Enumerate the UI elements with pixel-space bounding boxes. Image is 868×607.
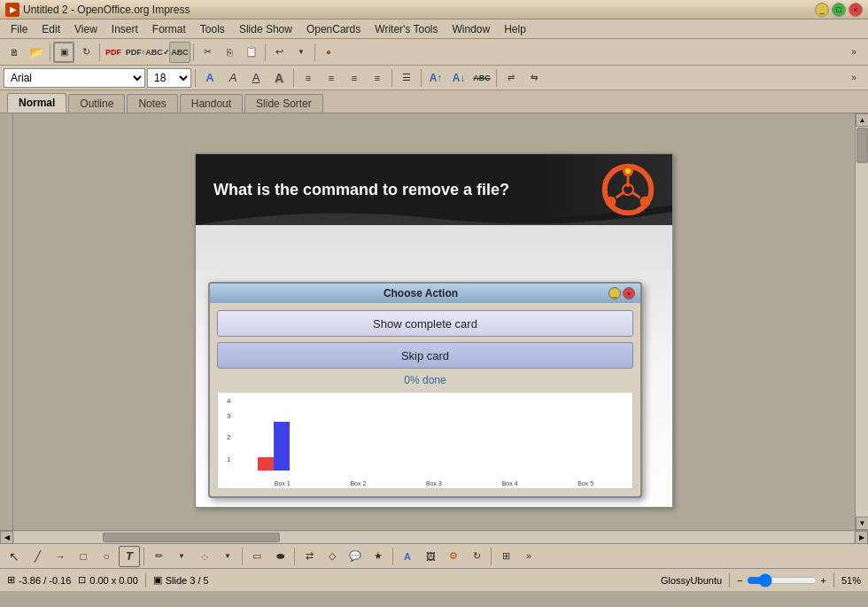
menu-writerstools[interactable]: Writer's Tools <box>368 21 445 37</box>
cut-button[interactable]: ✂ <box>197 42 218 63</box>
zoom-slider[interactable] <box>747 573 818 588</box>
toolbar2-expand[interactable]: » <box>843 67 864 89</box>
font-underline-a-button[interactable]: A <box>245 67 267 89</box>
close-button[interactable]: × <box>849 3 863 17</box>
char-spacing-button[interactable]: ⇌ <box>500 67 522 89</box>
scroll-track[interactable] <box>856 127 868 517</box>
tab-normal[interactable]: Normal <box>7 93 66 113</box>
font-color-a-button[interactable]: A <box>199 67 221 89</box>
more-draw-button[interactable]: » <box>518 546 539 567</box>
select-button[interactable]: ▣ <box>53 42 74 63</box>
slide-icon: ▣ <box>153 574 162 586</box>
h-scroll-track[interactable] <box>14 532 854 543</box>
tab-notes[interactable]: Notes <box>127 94 177 113</box>
points-tool-button[interactable]: ·:· <box>194 546 215 567</box>
freeform-dropdown[interactable]: ▼ <box>171 546 192 567</box>
menu-window[interactable]: Window <box>446 21 498 37</box>
spellcheck-auto-button[interactable]: ABC <box>169 42 190 63</box>
dialog-close-button[interactable]: × <box>623 287 635 300</box>
fontwork-button[interactable]: A <box>397 546 418 567</box>
rotate-button[interactable]: ↻ <box>75 42 97 63</box>
align-button[interactable]: ⊞ <box>495 546 516 567</box>
tab-slide-sorter[interactable]: Slide Sorter <box>244 94 323 113</box>
line-tool-button[interactable] <box>27 546 48 567</box>
scroll-down-button[interactable]: ▼ <box>856 517 868 530</box>
vertical-scrollbar[interactable]: ▲ ▼ <box>855 113 868 530</box>
scroll-right-button[interactable]: ▶ <box>855 531 868 544</box>
bullets-button[interactable]: ☰ <box>396 67 417 89</box>
menu-help[interactable]: Help <box>497 21 533 37</box>
font-name-select[interactable]: Arial <box>4 68 145 88</box>
menu-opencards[interactable]: OpenCards <box>299 21 368 37</box>
h-scroll-thumb[interactable] <box>103 533 280 542</box>
tab-outline[interactable]: Outline <box>68 94 125 113</box>
show-complete-card-button[interactable]: Show complete card <box>217 310 633 337</box>
maximize-button[interactable]: □ <box>832 3 846 17</box>
arrows3d-button[interactable]: ⇄ <box>298 546 320 567</box>
dialog-minimize-button[interactable]: _ <box>608 287 621 300</box>
titlebar-controls[interactable]: _ □ × <box>815 3 863 17</box>
minimize-button[interactable]: _ <box>815 3 829 17</box>
flowchart-button[interactable]: ◇ <box>322 546 343 567</box>
font-size-down-button[interactable]: A↓ <box>448 67 469 89</box>
rectangle-tool-button[interactable] <box>73 546 94 567</box>
toolbar-separator <box>421 69 422 87</box>
pdf-button2[interactable]: PDF↑ <box>125 42 146 63</box>
freeform-tool-button[interactable]: ✏ <box>148 546 169 567</box>
rect2-tool-button[interactable]: ▭ <box>246 546 267 567</box>
image-button[interactable]: 🖼 <box>420 546 441 567</box>
align-left-button[interactable]: ≡ <box>298 67 319 89</box>
arrow-tool-button[interactable] <box>50 546 71 567</box>
new-button[interactable]: 🗎 <box>4 42 25 63</box>
zoom-in-button[interactable]: + <box>821 575 826 586</box>
zoom-out-button[interactable]: − <box>737 575 742 586</box>
justify-button[interactable]: ≡ <box>367 67 388 89</box>
callout-button[interactable]: 💬 <box>345 546 366 567</box>
align-right-button[interactable]: ≡ <box>344 67 365 89</box>
more-button[interactable]: ● <box>318 42 339 63</box>
scroll-left-button[interactable]: ◀ <box>0 531 13 544</box>
dialog-controls[interactable]: _ × <box>608 287 635 300</box>
rotate-button2[interactable]: ↻ <box>466 546 487 567</box>
font-size-up-button[interactable]: A↑ <box>425 67 446 89</box>
font-italic-a-button[interactable]: A <box>222 67 244 89</box>
skip-card-button[interactable]: Skip card <box>217 342 633 369</box>
scroll-thumb[interactable] <box>856 128 868 163</box>
font-shadow-a-button[interactable]: A <box>268 67 290 89</box>
menu-format[interactable]: Format <box>145 21 193 37</box>
menu-file[interactable]: File <box>4 21 35 37</box>
open-button[interactable]: 📂 <box>26 42 47 63</box>
char-spacing2-button[interactable]: ⇆ <box>523 67 545 89</box>
scroll-up-button[interactable]: ▲ <box>856 113 868 127</box>
menu-edit[interactable]: Edit <box>35 21 67 37</box>
effects-button[interactable]: ⚙ <box>443 546 464 567</box>
window-title: Untitled 2 - OpenOffice.org Impress <box>23 4 190 16</box>
menu-view[interactable]: View <box>67 21 105 37</box>
points-dropdown[interactable]: ▼ <box>217 546 238 567</box>
copy-button[interactable]: ⎘ <box>219 42 240 63</box>
align-center-button[interactable]: ≡ <box>321 67 342 89</box>
toolbar-expand[interactable]: » <box>843 42 864 63</box>
menu-tools[interactable]: Tools <box>193 21 232 37</box>
draw-toolbar-separator5 <box>491 548 492 565</box>
svg-point-2 <box>640 197 651 207</box>
menu-slideshow[interactable]: Slide Show <box>232 21 299 37</box>
oval2-tool-button[interactable]: ⬬ <box>269 546 291 567</box>
tab-handout[interactable]: Handout <box>180 94 243 113</box>
status-separator2 <box>729 573 730 588</box>
stars-button[interactable]: ★ <box>368 546 389 567</box>
undo-button[interactable]: ↩ <box>268 42 290 63</box>
select-tool-button[interactable] <box>4 546 25 567</box>
spellcheck-button[interactable]: ABC✓ <box>147 42 168 63</box>
slide-panel <box>0 113 13 530</box>
paste-button[interactable]: 📋 <box>241 42 262 63</box>
pdf-export-button[interactable]: PDF <box>103 42 124 63</box>
text-tool-button[interactable] <box>119 546 140 567</box>
oval-tool-button[interactable] <box>96 546 117 567</box>
horizontal-scrollbar[interactable]: ◀ ▶ <box>0 530 868 543</box>
abc-check-button[interactable]: ABC <box>471 67 492 89</box>
edit-area[interactable]: What is the command to remove a file? <box>13 113 855 530</box>
font-size-select[interactable]: 18 <box>147 68 191 88</box>
menu-insert[interactable]: Insert <box>105 21 145 37</box>
undo-dropdown[interactable]: ▼ <box>291 42 312 63</box>
